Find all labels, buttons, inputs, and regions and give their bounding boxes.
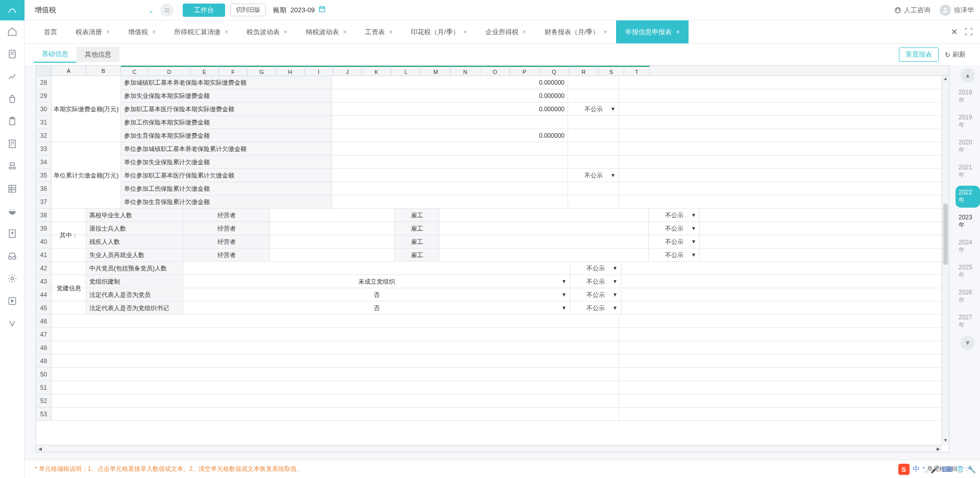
field-value[interactable]: [332, 169, 568, 182]
nav-play-icon[interactable]: [0, 290, 24, 312]
nav-bowl-icon[interactable]: [0, 200, 24, 222]
row-number[interactable]: 35: [36, 169, 52, 182]
empty-cell[interactable]: [52, 368, 619, 381]
field-select[interactable]: 未成立党组织▼: [183, 275, 570, 288]
column-header[interactable]: T: [624, 66, 650, 76]
empty-cell[interactable]: [52, 328, 619, 341]
column-header[interactable]: B: [86, 66, 121, 76]
disclosure-select[interactable]: 不公示▼: [568, 142, 619, 209]
row-number[interactable]: 39: [36, 222, 52, 235]
empty-cell[interactable]: [52, 408, 619, 420]
year-item[interactable]: 2027年: [955, 311, 980, 333]
tab-item[interactable]: 印花税（月/季）×: [402, 20, 476, 43]
reset-report-button[interactable]: 重置报表: [899, 47, 939, 62]
column-header[interactable]: E: [190, 66, 219, 76]
field-value[interactable]: 0.000000: [332, 76, 568, 89]
row-number[interactable]: 40: [36, 235, 52, 248]
row-number[interactable]: 53: [36, 408, 52, 420]
app-logo[interactable]: [0, 0, 24, 20]
disclosure-select[interactable]: 不公示▼: [649, 222, 700, 235]
row-number[interactable]: 47: [36, 328, 52, 341]
nav-gear-icon[interactable]: [0, 267, 24, 290]
nav-bag-icon[interactable]: [0, 88, 24, 110]
row-number[interactable]: 37: [36, 195, 52, 208]
field-value[interactable]: [332, 182, 568, 195]
close-icon[interactable]: ×: [106, 29, 110, 36]
ime-tool-icon[interactable]: 🔧: [967, 465, 976, 473]
subtab-basic[interactable]: 基础信息: [34, 46, 77, 63]
scroll-up-icon[interactable]: ▲: [942, 76, 949, 83]
row-number[interactable]: 44: [36, 288, 52, 301]
row-number[interactable]: 48: [36, 341, 52, 354]
employee-value[interactable]: [439, 222, 649, 235]
nav-clipboard-icon[interactable]: [0, 110, 24, 133]
close-icon[interactable]: ×: [523, 29, 526, 36]
nav-calc-icon[interactable]: [0, 133, 24, 155]
year-item[interactable]: 2019年: [955, 111, 980, 133]
row-number[interactable]: 42: [36, 262, 52, 274]
close-icon[interactable]: ×: [343, 29, 347, 36]
horizontal-scrollbar[interactable]: ◀ ▶: [36, 445, 942, 452]
nav-chart-icon[interactable]: [0, 65, 24, 88]
empty-cell[interactable]: [52, 315, 619, 328]
module-dropdown[interactable]: 增值税 ⌄: [31, 6, 154, 15]
row-number[interactable]: 31: [36, 116, 52, 129]
column-header[interactable]: P: [510, 66, 540, 76]
operator-value[interactable]: [270, 222, 395, 235]
year-item[interactable]: 2024年: [955, 236, 980, 258]
column-header[interactable]: A: [52, 66, 86, 76]
row-number[interactable]: 32: [36, 129, 52, 142]
tab-item[interactable]: 财务报表（月/季）×: [535, 20, 617, 43]
refresh-button[interactable]: ↻ 刷新: [945, 50, 966, 59]
scroll-thumb[interactable]: [943, 204, 948, 265]
user-menu[interactable]: 徐泽华: [940, 5, 974, 16]
empty-cell[interactable]: [52, 381, 619, 394]
ime-skin-icon[interactable]: 👕: [955, 465, 964, 473]
row-number[interactable]: 34: [36, 156, 52, 168]
column-header[interactable]: R: [569, 66, 599, 76]
disclosure-select[interactable]: 不公示▼: [570, 301, 621, 314]
disclosure-select[interactable]: 不公示▼: [570, 275, 621, 288]
year-down-button[interactable]: ▼: [961, 336, 975, 350]
subtab-other[interactable]: 其他信息: [77, 47, 119, 62]
calendar-icon[interactable]: [318, 5, 326, 15]
tab-item[interactable]: 年报信息申报表×: [616, 20, 689, 43]
operator-value[interactable]: [270, 248, 395, 261]
close-icon[interactable]: ×: [463, 29, 467, 36]
tab-item[interactable]: 税负波动表×: [237, 20, 297, 43]
column-header[interactable]: N: [451, 66, 480, 76]
row-number[interactable]: 45: [36, 301, 52, 314]
tab-item[interactable]: 税表清册×: [66, 20, 119, 43]
nav-inbox-icon[interactable]: [0, 245, 24, 267]
column-header[interactable]: O: [480, 66, 510, 76]
empty-cell[interactable]: [52, 394, 619, 407]
row-number[interactable]: 51: [36, 381, 52, 394]
vertical-scrollbar[interactable]: ▲ ▼: [942, 76, 949, 445]
close-icon[interactable]: ×: [284, 29, 287, 36]
employee-value[interactable]: [439, 209, 649, 221]
employee-value[interactable]: [439, 235, 649, 248]
employee-value[interactable]: [439, 248, 649, 261]
sogou-ime-icon[interactable]: S: [898, 464, 910, 475]
column-header[interactable]: M: [421, 66, 451, 76]
disclosure-select[interactable]: 不公示▼: [570, 288, 621, 301]
scroll-right-icon[interactable]: ▶: [935, 445, 942, 452]
column-header[interactable]: Q: [540, 66, 569, 76]
year-item[interactable]: 2021年: [955, 161, 980, 183]
tab-item[interactable]: 增值税×: [119, 20, 165, 43]
row-number[interactable]: 33: [36, 142, 52, 155]
row-number[interactable]: 46: [36, 315, 52, 328]
empty-cell[interactable]: [52, 341, 619, 354]
disclosure-select[interactable]: 不公示▼: [649, 209, 700, 221]
year-item[interactable]: 2023年: [955, 211, 980, 233]
row-number[interactable]: 28: [36, 76, 52, 89]
year-item[interactable]: 2022年: [955, 186, 980, 208]
close-icon[interactable]: ×: [603, 29, 607, 36]
tab-item[interactable]: 纳税波动表×: [297, 20, 356, 43]
expand-icon[interactable]: ⛶: [965, 28, 973, 37]
year-up-button[interactable]: ▲: [961, 68, 975, 83]
close-icon[interactable]: ×: [676, 29, 679, 36]
row-number[interactable]: 41: [36, 248, 52, 261]
column-header[interactable]: C: [121, 66, 149, 76]
field-select[interactable]: [183, 262, 570, 274]
